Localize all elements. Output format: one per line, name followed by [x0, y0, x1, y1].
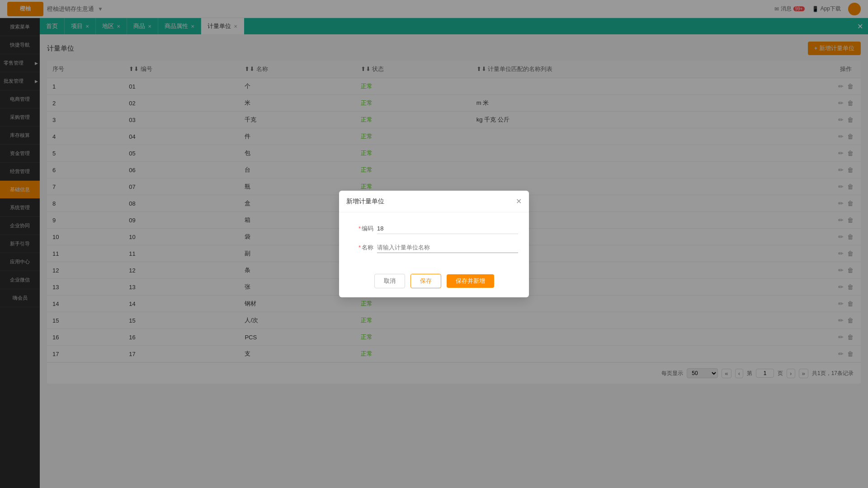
modal-overlay[interactable]: 新增计量单位 ✕ *编码 *名称 取消 保存 保存并新增: [0, 0, 868, 488]
modal-footer: 取消 保存 保存并新增: [339, 268, 529, 297]
form-row-name: *名称: [350, 242, 518, 253]
modal-title: 新增计量单位: [346, 197, 384, 206]
name-label: *名称: [350, 244, 377, 252]
modal-body: *编码 *名称: [339, 212, 529, 268]
code-input[interactable]: [377, 223, 518, 234]
save-continue-button[interactable]: 保存并新增: [447, 274, 494, 288]
cancel-button[interactable]: 取消: [374, 274, 405, 288]
required-mark-name: *: [359, 244, 361, 251]
required-mark: *: [359, 225, 361, 232]
modal-header: 新增计量单位 ✕: [339, 191, 529, 212]
name-input[interactable]: [377, 242, 518, 253]
code-label: *编码: [350, 225, 377, 233]
modal-close-btn[interactable]: ✕: [516, 197, 522, 206]
save-button[interactable]: 保存: [410, 274, 441, 288]
add-unit-modal: 新增计量单位 ✕ *编码 *名称 取消 保存 保存并新增: [339, 191, 529, 297]
form-row-code: *编码: [350, 223, 518, 234]
